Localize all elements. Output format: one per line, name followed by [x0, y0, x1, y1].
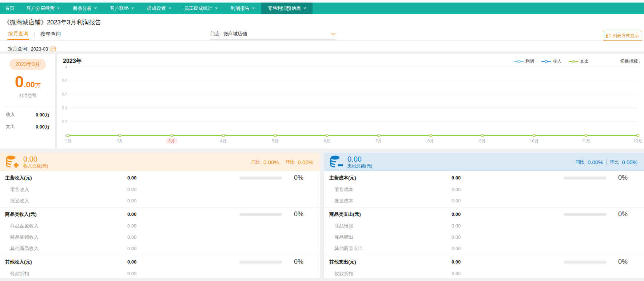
row-label: 主营成本(元) — [324, 175, 452, 181]
table-row: 主营收入(元)0.000% — [0, 172, 320, 184]
row-label: 零售收入 — [0, 186, 127, 193]
table-group: 其他支出(元)0.000%收款折扣0.00 — [324, 255, 644, 280]
tab-商品分析[interactable]: 商品分析× — [66, 3, 103, 14]
divider-band — [0, 51, 644, 54]
legend-marker-icon — [541, 60, 551, 63]
legend-item-支出[interactable]: 支出 — [569, 58, 589, 64]
store-select-label: 门店 — [210, 31, 220, 37]
row-label: 其他商品支出 — [324, 245, 452, 252]
mom-label: 环比 — [286, 159, 294, 165]
table-row: 零售成本0.00 — [324, 184, 644, 195]
table-group: 商品类收入(元)0.000%商品盘盈收入0.00商品受赠收入0.00其他商品收入… — [0, 207, 320, 255]
tab-divider — [34, 32, 35, 37]
chart-title: 2023年 — [63, 58, 82, 65]
chart-legend: 利润收入支出 — [514, 58, 589, 64]
row-label: 批发收入 — [0, 198, 127, 204]
legend-label: 利润 — [525, 58, 534, 64]
tab-提成设置[interactable]: 提成设置× — [140, 3, 178, 14]
switch-metric-link[interactable]: 切换指标 › — [620, 58, 640, 64]
row-progress-bar — [564, 177, 607, 179]
table-group: 主营成本(元)0.000%零售成本0.00批发成本0.00 — [324, 171, 644, 207]
profit-unit: 万 — [35, 82, 40, 88]
tab-首页[interactable]: 首页 — [0, 3, 20, 14]
yoy-label: 同比 — [576, 159, 584, 165]
table-group: 其他收入(元)0.000%付款折扣0.00 — [0, 255, 320, 280]
switch-metric-label: 切换指标 — [620, 58, 638, 64]
compare-divider — [606, 159, 607, 165]
tab-label: 利润报告 — [231, 5, 250, 12]
legend-item-收入[interactable]: 收入 — [541, 58, 561, 64]
date-value[interactable]: 2023-03 — [31, 46, 48, 52]
tab-label: 员工提成统计 — [184, 5, 212, 12]
profit-total-value: 0.00万 — [0, 73, 55, 91]
calendar-icon[interactable] — [51, 46, 56, 51]
tab-close-icon[interactable]: × — [215, 6, 218, 11]
tab-query-by-year[interactable]: 按年查询 — [40, 31, 61, 40]
profit-total-label: 利润总额 — [0, 92, 55, 99]
table-row: 批发收入0.00 — [0, 195, 320, 206]
tabbar: 首页客户分层经营×商品分析×客户联络×提成设置×员工提成统计×利润报告×零售利润… — [0, 3, 644, 14]
svg-text:0.6: 0.6 — [62, 92, 67, 96]
expense-table: 主营成本(元)0.000%零售成本0.00批发成本0.00商品类支出(元)0.0… — [324, 171, 644, 280]
svg-text:12月: 12月 — [633, 139, 642, 143]
tab-query-by-month[interactable]: 按月查询 — [7, 31, 29, 40]
svg-text:5月: 5月 — [272, 139, 279, 143]
table-row: 其他支出(元)0.000% — [324, 256, 644, 268]
tab-close-icon[interactable]: × — [252, 6, 255, 11]
chevron-right-icon: › — [639, 59, 640, 64]
row-value: 0.00 — [452, 198, 461, 203]
summary-expense-label: 支出 — [6, 124, 15, 130]
summary-income-value: 0.00万 — [36, 112, 49, 118]
list-view-button[interactable]: 列表方式显示 — [603, 31, 642, 41]
row-percent: 0% — [282, 174, 303, 182]
row-progress-bar — [564, 213, 607, 216]
tab-客户联络[interactable]: 客户联络× — [103, 3, 140, 14]
compare-divider — [282, 159, 282, 165]
row-value: 0.00 — [127, 271, 136, 276]
table-row: 主营成本(元)0.000% — [324, 172, 644, 184]
row-value: 0.00 — [127, 246, 136, 251]
panels-row: 0.00 收入总额(元) 同比 0.00% 环比 0.00% 主营收入(元)0.… — [0, 153, 644, 281]
income-total-label: 收入总额(元) — [23, 163, 48, 169]
page: 首页客户分层经营×商品分析×客户联络×提成设置×员工提成统计×利润报告×零售利润… — [0, 0, 644, 281]
table-row: 批发成本0.00 — [324, 195, 644, 206]
tab-close-icon[interactable]: × — [57, 6, 60, 11]
store-select[interactable]: 门店 微商城店铺 — [210, 31, 336, 40]
svg-text:7月: 7月 — [375, 139, 382, 143]
tab-close-icon[interactable]: × — [131, 6, 134, 11]
table-row: 商品受赠收入0.00 — [0, 231, 320, 243]
row-value: 0.00 — [452, 246, 461, 251]
tab-利润报告[interactable]: 利润报告× — [224, 3, 261, 14]
yoy-value: 0.00% — [588, 159, 603, 165]
svg-text:0.8: 0.8 — [62, 78, 67, 82]
tab-close-icon[interactable]: × — [94, 6, 97, 11]
period-pill: 2023年3月 — [9, 59, 46, 70]
store-select-value: 微商城店铺 — [223, 31, 247, 37]
income-total-value: 0.00 — [23, 155, 48, 163]
legend-item-利润[interactable]: 利润 — [514, 58, 534, 64]
tab-close-icon[interactable]: × — [168, 6, 171, 11]
table-row: 付款折扣0.00 — [0, 268, 320, 279]
row-progress-bar — [564, 261, 607, 264]
table-row: 商品报损0.00 — [324, 220, 644, 231]
row-value: 0.00 — [127, 198, 136, 203]
summary-income-row: 收入 0.00万 — [0, 112, 55, 118]
svg-text:11月: 11月 — [582, 139, 590, 143]
row-value: 0.00 — [452, 187, 461, 192]
row-percent: 0% — [607, 174, 628, 182]
tab-客户分层经营[interactable]: 客户分层经营× — [20, 3, 66, 14]
svg-text:0.4: 0.4 — [62, 106, 67, 110]
legend-label: 收入 — [553, 58, 561, 64]
summary-expense-value: 0.00万 — [36, 124, 49, 130]
coins-plus-icon — [5, 155, 20, 169]
expense-panel: 0.00 支出总额(元) 同比 0.00% 环比 0.00% 主营成本(元)0.… — [324, 153, 644, 281]
tab-员工提成统计[interactable]: 员工提成统计× — [178, 3, 224, 14]
svg-text:10月: 10月 — [530, 139, 538, 143]
row-percent: 0% — [282, 210, 303, 218]
profit-chart: 00.20.40.60.811月2月3月4月5月6月7月8月9月10月11月12… — [57, 66, 643, 145]
chart-card: 2023年 利润收入支出 切换指标 › 00.20.40.60.811月2月3月… — [57, 54, 644, 149]
tab-close-icon[interactable]: × — [303, 6, 306, 11]
svg-text:3月: 3月 — [168, 139, 175, 143]
row-label: 付款折扣 — [0, 270, 127, 277]
tab-零售利润预估表[interactable]: 零售利润预估表× — [261, 3, 313, 14]
